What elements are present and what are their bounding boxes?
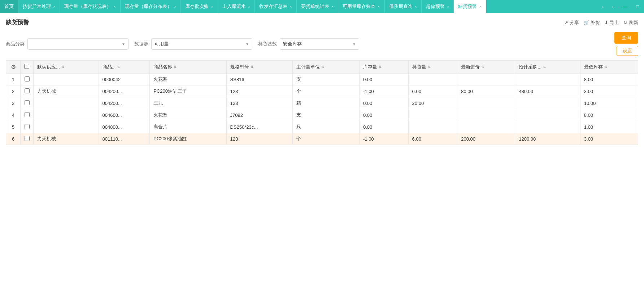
row-checkbox[interactable] xyxy=(25,112,30,117)
row-product-name: 火花塞 xyxy=(150,74,226,85)
row-latest-price xyxy=(457,74,515,85)
settings-button[interactable]: 设置 xyxy=(617,46,638,56)
table-row: 5 004800... 离合片 DS250*23c... 只 0.00 1.00 xyxy=(6,121,638,133)
row-checkbox[interactable] xyxy=(25,76,30,81)
row-replenish-qty xyxy=(408,74,457,85)
row-unit: 只 xyxy=(293,121,360,133)
col-stock[interactable]: 库存量 ⇅ xyxy=(359,61,408,74)
filter-actions: 查询 设置 xyxy=(614,32,638,56)
category-label: 商品分类 xyxy=(6,41,25,47)
row-min-stock: 1.00 xyxy=(580,121,638,133)
tab-receipt-summary[interactable]: 收发存汇总表 × xyxy=(255,0,296,13)
row-est-purchase: 480.00 xyxy=(515,85,580,97)
page-title: 缺货预警 xyxy=(6,19,29,26)
tab-home[interactable]: 首页 xyxy=(0,0,18,13)
filter-row: 商品分类 ▼ 数据源 可用量 ▼ 补货基数 安全库存 ▼ 查询 设置 xyxy=(6,32,638,56)
tab-order-stats[interactable]: 要货单统计表 × xyxy=(297,0,338,13)
row-checkbox[interactable] xyxy=(25,100,30,105)
row-stock: 0.00 xyxy=(359,97,408,109)
row-product-code: 004200... xyxy=(99,85,150,97)
replenish-icon: 🛒 xyxy=(583,20,589,25)
export-action[interactable]: ⬇ 导出 xyxy=(604,19,619,26)
row-unit: 箱 xyxy=(293,97,360,109)
row-checkbox-cell xyxy=(21,97,34,109)
tab-close-expiry-query[interactable]: × xyxy=(415,4,417,9)
col-gear[interactable]: ⚙ xyxy=(6,61,21,74)
tab-shortage[interactable]: 缺货预警 × xyxy=(454,0,486,13)
col-product-code-sort-icon: ⇅ xyxy=(117,65,120,69)
row-supplier xyxy=(34,121,99,133)
col-product-name-label: 商品名称 xyxy=(153,64,172,70)
refresh-action[interactable]: ↻ 刷新 xyxy=(623,19,638,26)
tab-batch-account[interactable]: 库存批次账 × xyxy=(181,0,218,13)
col-stock-sort-icon: ⇅ xyxy=(379,65,382,69)
tab-close-inventory-status[interactable]: × xyxy=(113,4,116,9)
tab-inventory-dist[interactable]: 现存量（库存分布表） × xyxy=(121,0,181,13)
col-product-name[interactable]: 商品名称 ⇅ xyxy=(150,61,226,74)
col-latest-price-sort-icon: ⇅ xyxy=(481,65,484,69)
replenish-base-select[interactable]: 安全库存 ▼ xyxy=(280,38,359,50)
row-product-code: 801110... xyxy=(99,133,150,145)
tab-minimize-btn[interactable]: — xyxy=(618,4,631,9)
tab-close-overstock[interactable]: × xyxy=(447,4,449,9)
tab-available-account[interactable]: 可用量库存账本 × xyxy=(338,0,384,13)
share-action[interactable]: ↗ 分享 xyxy=(564,19,579,26)
row-product-code: 0000042 xyxy=(99,74,150,85)
tab-close-shortage[interactable]: × xyxy=(479,4,481,9)
col-replenish-qty[interactable]: 补货量 ⇅ xyxy=(408,61,457,74)
select-all-checkbox[interactable] xyxy=(24,64,29,69)
col-est-purchase[interactable]: 预计采购... ⇅ xyxy=(515,61,580,74)
row-est-purchase xyxy=(515,97,580,109)
row-unit: 支 xyxy=(293,109,360,121)
replenish-base-filter-group: 补货基数 安全库存 ▼ xyxy=(258,38,359,50)
table-row: 4 004600... 火花塞 J7092 支 0.00 8.00 xyxy=(6,109,638,121)
row-checkbox[interactable] xyxy=(25,124,30,129)
col-min-stock-sort-icon: ⇅ xyxy=(604,65,607,69)
row-est-purchase xyxy=(515,109,580,121)
tab-close-batch-account[interactable]: × xyxy=(211,4,213,9)
datasource-select[interactable]: 可用量 ▼ xyxy=(151,38,252,50)
row-unit: 支 xyxy=(293,74,360,85)
query-button[interactable]: 查询 xyxy=(614,32,638,44)
col-product-code-label: 商品... xyxy=(103,64,116,70)
col-supplier-label: 默认供应... xyxy=(37,64,60,70)
row-stock: -1.00 xyxy=(359,85,408,97)
tab-next-btn[interactable]: › xyxy=(608,4,618,9)
tab-close-order-stats[interactable]: × xyxy=(331,4,334,9)
tab-prev-btn[interactable]: ‹ xyxy=(598,4,608,9)
col-product-name-sort-icon: ⇅ xyxy=(174,65,177,69)
refresh-icon: ↻ xyxy=(623,20,627,25)
replenish-action[interactable]: 🛒 补货 xyxy=(583,19,600,26)
col-unit[interactable]: 主计量单位 ⇅ xyxy=(293,61,360,74)
col-min-stock-label: 最低库存 xyxy=(584,64,603,70)
tab-close-inventory-dist[interactable]: × xyxy=(174,4,176,9)
category-select[interactable]: ▼ xyxy=(27,38,129,50)
table-row: 3 004200... 三九 123 箱 0.00 20.00 10.00 xyxy=(6,97,638,109)
row-index: 4 xyxy=(6,109,21,121)
tab-inventory-status[interactable]: 现存量（库存状况表） × xyxy=(60,0,120,13)
tab-expiry-query[interactable]: 保质期查询 × xyxy=(385,0,422,13)
tab-close-abnormal[interactable]: × xyxy=(53,4,55,9)
tab-inout-flow[interactable]: 出入库流水 × xyxy=(218,0,255,13)
col-product-code[interactable]: 商品... ⇅ xyxy=(99,61,150,74)
row-checkbox[interactable] xyxy=(25,88,30,93)
row-latest-price xyxy=(457,109,515,121)
row-checkbox[interactable] xyxy=(25,136,30,141)
tab-maximize-btn[interactable]: □ xyxy=(631,4,644,9)
col-min-stock[interactable]: 最低库存 ⇅ xyxy=(580,61,638,74)
tab-close-inout-flow[interactable]: × xyxy=(248,4,250,9)
tab-overstock[interactable]: 超储预警 × xyxy=(422,0,454,13)
tab-close-receipt-summary[interactable]: × xyxy=(290,4,292,9)
col-spec[interactable]: 规格型号 ⇅ xyxy=(226,61,293,74)
row-supplier xyxy=(34,109,99,121)
row-supplier xyxy=(34,74,99,85)
tab-abnormal[interactable]: 拣货异常处理 × xyxy=(18,0,60,13)
col-latest-price[interactable]: 最新进价 ⇅ xyxy=(457,61,515,74)
col-spec-sort-icon: ⇅ xyxy=(251,65,253,69)
row-supplier: 力天机械 xyxy=(34,133,99,145)
col-supplier[interactable]: 默认供应... ⇅ xyxy=(34,61,99,74)
datasource-filter-group: 数据源 可用量 ▼ xyxy=(134,38,252,50)
export-icon: ⬇ xyxy=(604,20,608,25)
tab-close-available-account[interactable]: × xyxy=(378,4,380,9)
col-unit-sort-icon: ⇅ xyxy=(321,65,324,69)
